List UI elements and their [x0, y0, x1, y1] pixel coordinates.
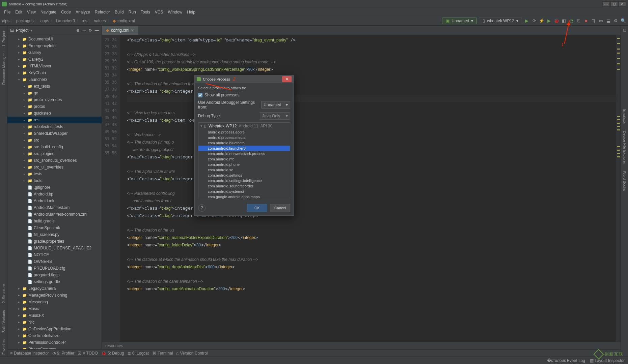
ok-button[interactable]: OK — [247, 204, 267, 212]
process-item[interactable]: com.google.android.apps.maps — [198, 194, 290, 199]
modal-backdrop: Choose Process ✕ Select a process to att… — [0, 0, 628, 364]
dialog-title-bar[interactable]: Choose Process ✕ — [195, 75, 294, 83]
show-all-label: Show all processes — [204, 93, 239, 97]
watermark-logo — [593, 349, 604, 359]
chevron-down-icon: ▾ — [286, 114, 288, 118]
watermark: 创新互联 — [595, 351, 623, 358]
process-item[interactable]: com.android.phone — [198, 162, 290, 167]
debugger-settings-select[interactable]: Unnamed▾ — [261, 101, 290, 109]
watermark-text: 创新互联 — [604, 351, 623, 357]
annotation-label-2: 2 — [233, 76, 236, 82]
android-icon — [197, 77, 201, 81]
debug-type-value: Java Only — [262, 114, 280, 118]
debug-type-select[interactable]: Java Only▾ — [260, 112, 290, 120]
cancel-button[interactable]: Cancel — [270, 204, 290, 212]
process-item[interactable]: com.android.settings — [198, 173, 290, 178]
dialog-title: Choose Process — [203, 77, 280, 81]
process-item[interactable]: com.android.systemui — [198, 189, 290, 194]
process-item[interactable]: com.android.networkstack.process — [198, 151, 290, 156]
debugger-settings-value: Unnamed — [264, 102, 281, 107]
choose-process-dialog: Choose Process ✕ Select a process to att… — [194, 75, 294, 216]
process-item[interactable]: com.android.launcher3 — [198, 146, 290, 151]
annotation-label-1: 1 — [561, 42, 564, 47]
device-row[interactable]: ▾▯Wheatek WP12 Android 11, API 30 — [198, 123, 290, 129]
process-item[interactable]: com.android.bluetooth — [198, 140, 290, 146]
dialog-close-button[interactable]: ✕ — [282, 76, 292, 82]
help-button[interactable]: ? — [198, 204, 206, 212]
process-item[interactable]: com.android.se — [198, 167, 290, 173]
process-item[interactable]: android.process.acore — [198, 129, 290, 135]
debugger-settings-label: Use Android Debugger Settings from: — [198, 100, 261, 110]
process-item[interactable]: com.android.settings.intelligence — [198, 178, 290, 183]
show-all-checkbox-row[interactable]: Show all processes — [198, 93, 290, 97]
process-item[interactable]: com.android.soundrecorder — [198, 183, 290, 189]
debug-type-label: Debug Type: — [198, 114, 221, 118]
process-item[interactable]: com.android.nfc — [198, 156, 290, 162]
show-all-checkbox[interactable] — [198, 93, 202, 97]
dialog-prompt: Select a process to attach to: — [198, 86, 290, 90]
process-list[interactable]: ▾▯Wheatek WP12 Android 11, API 30android… — [198, 122, 290, 199]
process-item[interactable]: android.process.media — [198, 135, 290, 140]
chevron-down-icon: ▾ — [286, 102, 288, 107]
